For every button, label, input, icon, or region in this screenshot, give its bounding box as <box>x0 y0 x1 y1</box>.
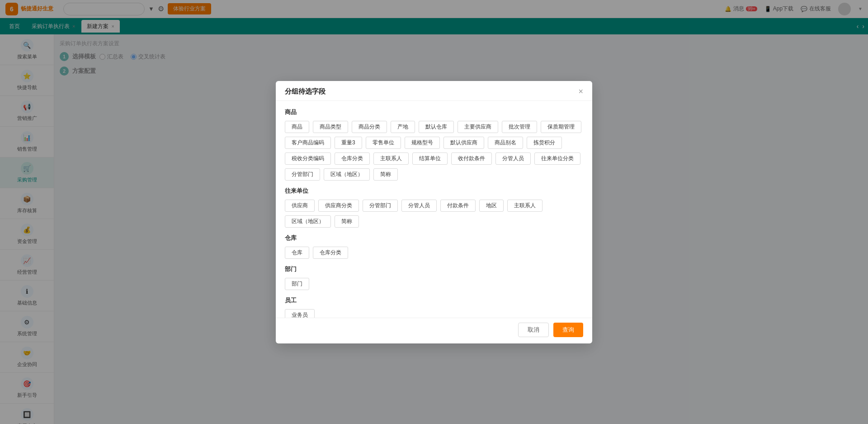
field-tag-short-name2[interactable]: 简称 <box>335 215 359 228</box>
modal-body: 商品 商品 商品类型 商品分类 产地 默认仓库 主要供应商 批次管理 保质期管理… <box>276 101 592 318</box>
field-tag-pick-points[interactable]: 拣货积分 <box>527 137 562 149</box>
field-tag-shelf-life[interactable]: 保质期管理 <box>541 121 581 133</box>
modal-cancel-button[interactable]: 取消 <box>518 323 549 337</box>
modal-footer: 取消 查询 <box>276 318 592 343</box>
modal-overlay: 分组待选字段 × 商品 商品 商品类型 商品分类 产地 默认仓库 主要供应商 批… <box>0 0 868 424</box>
field-tag-partner-category[interactable]: 往来单位分类 <box>534 152 580 165</box>
field-tag-short-name[interactable]: 简称 <box>373 168 398 181</box>
field-tag-warehouse-cat[interactable]: 仓库分类 <box>313 247 348 259</box>
field-tag-goods[interactable]: 商品 <box>285 121 309 133</box>
field-tag-main-contact2[interactable]: 主联系人 <box>507 200 542 212</box>
field-tag-retail-unit[interactable]: 零售单位 <box>366 137 401 149</box>
field-tag-weight[interactable]: 重量3 <box>335 137 362 149</box>
fields-grid-department: 部门 <box>285 278 583 290</box>
field-tag-default-warehouse[interactable]: 默认仓库 <box>419 121 454 133</box>
fields-grid-warehouse: 仓库 仓库分类 <box>285 247 583 259</box>
field-tag-salesperson[interactable]: 业务员 <box>285 309 315 318</box>
field-tag-customer-code[interactable]: 客户商品编码 <box>285 137 331 149</box>
field-tag-spec[interactable]: 规格型号 <box>405 137 440 149</box>
field-tag-main-contact[interactable]: 主联系人 <box>373 152 409 165</box>
fields-grid-employee: 业务员 <box>285 309 583 318</box>
field-tag-warehouse[interactable]: 仓库 <box>285 247 309 259</box>
field-tag-manager[interactable]: 分管人员 <box>495 152 531 165</box>
section-title-department: 部门 <box>285 265 583 273</box>
field-tag-goods-type[interactable]: 商品类型 <box>313 121 348 133</box>
fields-grid-partner: 供应商 供应商分类 分管部门 分管人员 付款条件 地区 主联系人 区域（地区） … <box>285 200 583 228</box>
modal-close-button[interactable]: × <box>578 87 583 95</box>
field-tag-dept2[interactable]: 分管部门 <box>363 200 398 212</box>
field-tag-department[interactable]: 部门 <box>285 278 309 290</box>
field-tag-warehouse-category[interactable]: 仓库分类 <box>335 152 370 165</box>
field-tag-area[interactable]: 地区 <box>479 200 504 212</box>
field-tag-region[interactable]: 区域（地区） <box>324 168 370 181</box>
field-tag-manager2[interactable]: 分管人员 <box>401 200 437 212</box>
modal-confirm-button[interactable]: 查询 <box>553 323 583 337</box>
field-tag-default-supplier[interactable]: 默认供应商 <box>443 137 484 149</box>
modal-header: 分组待选字段 × <box>276 81 592 101</box>
field-tag-batch[interactable]: 批次管理 <box>502 121 537 133</box>
field-tag-region2[interactable]: 区域（地区） <box>285 215 331 228</box>
field-tag-goods-category[interactable]: 商品分类 <box>352 121 387 133</box>
field-tag-goods-alias[interactable]: 商品别名 <box>488 137 523 149</box>
section-title-employee: 员工 <box>285 296 583 305</box>
field-tag-tax-code[interactable]: 税收分类编码 <box>285 152 331 165</box>
field-selection-modal: 分组待选字段 × 商品 商品 商品类型 商品分类 产地 默认仓库 主要供应商 批… <box>276 81 592 343</box>
section-title-warehouse: 仓库 <box>285 234 583 242</box>
modal-title: 分组待选字段 <box>285 87 326 96</box>
field-tag-settlement-unit[interactable]: 结算单位 <box>412 152 448 165</box>
field-tag-main-supplier[interactable]: 主要供应商 <box>458 121 498 133</box>
field-tag-payment-terms[interactable]: 收付款条件 <box>451 152 492 165</box>
field-tag-supplier[interactable]: 供应商 <box>285 200 315 212</box>
field-tag-dept[interactable]: 分管部门 <box>285 168 320 181</box>
field-tag-origin[interactable]: 产地 <box>391 121 415 133</box>
section-title-partner: 往来单位 <box>285 187 583 195</box>
fields-grid-goods: 商品 商品类型 商品分类 产地 默认仓库 主要供应商 批次管理 保质期管理 客户… <box>285 121 583 181</box>
field-tag-supplier-category[interactable]: 供应商分类 <box>318 200 359 212</box>
field-tag-payment-conditions[interactable]: 付款条件 <box>440 200 476 212</box>
section-title-goods: 商品 <box>285 108 583 116</box>
